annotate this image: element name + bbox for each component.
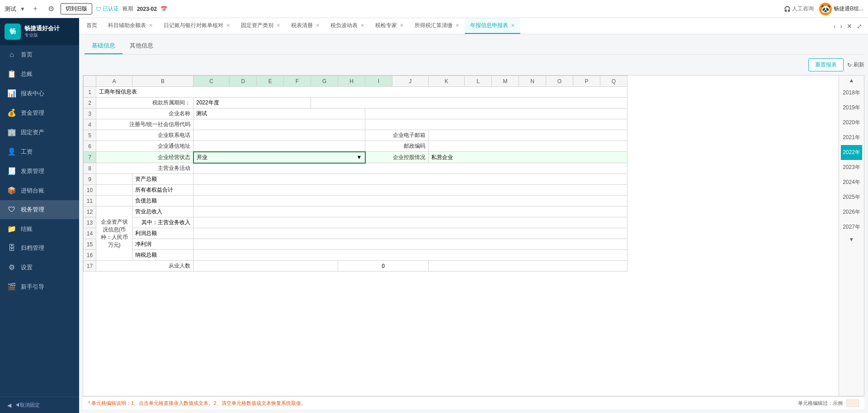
tab-close-icon[interactable]: ✕: [149, 23, 153, 28]
sidebar-item-invoice[interactable]: 🧾发票管理: [0, 161, 79, 181]
table-row: 4 注册号/统一社会信用代码: [84, 119, 627, 130]
sidebar-item-funds[interactable]: 💰资金管理: [0, 103, 79, 122]
tab-close-icon[interactable]: ✕: [511, 23, 515, 28]
calendar-icon[interactable]: 📅: [160, 6, 167, 12]
tab-close-icon[interactable]: ✕: [276, 23, 280, 28]
col-header-e[interactable]: E: [257, 76, 284, 87]
year-item[interactable]: 2020年: [841, 115, 862, 130]
tab-close-icon[interactable]: ✕: [360, 23, 364, 28]
year-scroll-down-button[interactable]: ▼: [839, 235, 864, 244]
pin-button[interactable]: ◀ ◀取消固定: [0, 397, 79, 413]
tab-label: 所得税汇算清缴: [415, 22, 453, 29]
col-header-n[interactable]: N: [519, 76, 546, 87]
sidebar-item-close-account[interactable]: 📁结账: [0, 219, 79, 239]
tab-label: 税表清册: [291, 22, 313, 29]
col-header-d[interactable]: D: [230, 76, 257, 87]
table-row: 13 其中：主营业务收入: [84, 217, 627, 228]
business-status-dropdown[interactable]: 开业 ▼: [197, 154, 362, 161]
user-menu[interactable]: 🐼 畅捷通B组...: [819, 3, 863, 15]
dropdown-arrow[interactable]: ▼: [20, 6, 25, 12]
home-icon: ⌂: [7, 51, 16, 59]
tab-item[interactable]: 科目辅助余额表✕: [103, 18, 158, 34]
tab-close-icon[interactable]: ✕: [400, 23, 404, 28]
tab-item[interactable]: 年报信息申报表✕: [465, 18, 520, 34]
table-row: 8 主营业务活动: [84, 163, 627, 174]
sidebar-item-fixed-assets[interactable]: 🏢固定资产: [0, 122, 79, 142]
sidebar-item-salary[interactable]: 👤工资: [0, 142, 79, 161]
sidebar-item-guide[interactable]: 🎬新手引导: [0, 277, 79, 296]
col-header-h[interactable]: H: [338, 76, 365, 87]
tab-close-icon[interactable]: ✕: [455, 23, 459, 28]
sidebar-nav: ⌂首页📋总账📊报表中心💰资金管理🏢固定资产👤工资🧾发票管理📦进销台账🛡税务管理📁…: [0, 45, 79, 296]
tab-close-icon[interactable]: ✕: [316, 23, 320, 28]
col-header-c[interactable]: C: [193, 76, 230, 87]
tab-item[interactable]: 固定资产类别✕: [236, 18, 286, 34]
tab-item[interactable]: 所得税汇算清缴✕: [409, 18, 465, 34]
col-header-j[interactable]: J: [392, 76, 429, 87]
col-header-b[interactable]: B: [132, 76, 193, 87]
year-item[interactable]: 2023年: [841, 160, 862, 175]
year-item[interactable]: 2025年: [841, 190, 862, 205]
col-header-p[interactable]: P: [573, 76, 600, 87]
tab-prev-button[interactable]: ‹: [832, 21, 837, 31]
col-header-m[interactable]: M: [492, 76, 519, 87]
close-account-icon: 📁: [7, 225, 16, 233]
spreadsheet-table: A B C D E F G H I J K L: [83, 75, 627, 272]
table-row: 14 利润总额: [84, 228, 627, 239]
sidebar-item-tax[interactable]: 🛡税务管理: [0, 200, 79, 219]
archive-icon: 🗄: [7, 244, 16, 252]
tab-item[interactable]: 税负波动表✕: [325, 18, 370, 34]
tab-label: 年报信息申报表: [470, 22, 508, 29]
tab-next-button[interactable]: ›: [839, 21, 844, 31]
sidebar-item-reports[interactable]: 📊报表中心: [0, 84, 79, 103]
year-item[interactable]: 2024年: [841, 175, 862, 190]
sidebar-item-label: 总账: [21, 70, 33, 78]
year-item[interactable]: 2021年: [841, 130, 862, 145]
table-row: 9 资产总额: [84, 174, 627, 185]
sidebar-item-label: 结账: [21, 225, 33, 233]
sub-tab-基础信息[interactable]: 基础信息: [85, 38, 123, 54]
col-header-i[interactable]: I: [365, 76, 392, 87]
add-tab-button[interactable]: ＋: [29, 3, 42, 14]
app-subtitle: 专业版: [24, 32, 60, 38]
sidebar-item-archive[interactable]: 🗄归档管理: [0, 239, 79, 258]
settings-icon-button[interactable]: ⚙: [45, 4, 57, 14]
refresh-button[interactable]: ↻ 刷新: [847, 61, 864, 69]
col-header-l[interactable]: L: [465, 76, 492, 87]
col-header-f[interactable]: F: [284, 76, 311, 87]
tab-close-button[interactable]: ✕: [845, 21, 854, 31]
sidebar-item-purchase-sales[interactable]: 📦进销台账: [0, 181, 79, 200]
tab-expand-button[interactable]: ⤢: [855, 21, 863, 31]
col-header-q[interactable]: Q: [600, 76, 627, 87]
reset-report-button[interactable]: 重置报表: [808, 58, 844, 71]
year-item[interactable]: 2022年: [841, 145, 862, 160]
sidebar-bottom: ◀ ◀取消固定: [0, 397, 79, 413]
ledger-icon: 📋: [7, 70, 16, 78]
year-item[interactable]: 2027年: [841, 220, 862, 235]
service-button[interactable]: 🎧 人工咨询: [784, 5, 814, 13]
sidebar-item-home[interactable]: ⌂首页: [0, 45, 79, 64]
tab-item[interactable]: 日记账与银行对账单核对✕: [158, 18, 236, 34]
col-header-g[interactable]: G: [311, 76, 338, 87]
table-row: 2 税款所属期间： 2022年度: [84, 98, 627, 108]
tab-item[interactable]: 税表清册✕: [286, 18, 325, 34]
year-item[interactable]: 2026年: [841, 205, 862, 220]
sheet-title-cell[interactable]: 工商年报信息表: [96, 87, 627, 98]
year-item[interactable]: 2018年: [841, 85, 862, 100]
tab-item[interactable]: 税检专家✕: [370, 18, 409, 34]
tab-close-icon[interactable]: ✕: [226, 23, 230, 28]
sub-tab-其他信息[interactable]: 其他信息: [123, 38, 160, 54]
year-item[interactable]: 2019年: [841, 100, 862, 115]
year-scroll-up-button[interactable]: ▲: [839, 75, 864, 85]
period-label: 账期: [123, 5, 133, 13]
sidebar-item-settings[interactable]: ⚙设置: [0, 258, 79, 277]
col-header-o[interactable]: O: [546, 76, 573, 87]
sidebar-item-label: 设置: [21, 263, 33, 272]
table-row: 7 企业经营状态 开业 ▼ 企业控股情况 私营企业: [84, 152, 627, 163]
switch-old-button[interactable]: 切到旧版: [61, 3, 92, 14]
tab-item[interactable]: 首页: [81, 18, 103, 34]
col-header-a[interactable]: A: [96, 76, 132, 87]
spreadsheet-area[interactable]: A B C D E F G H I J K L: [83, 75, 839, 396]
sidebar-item-ledger[interactable]: 📋总账: [0, 64, 79, 84]
col-header-k[interactable]: K: [429, 76, 465, 87]
